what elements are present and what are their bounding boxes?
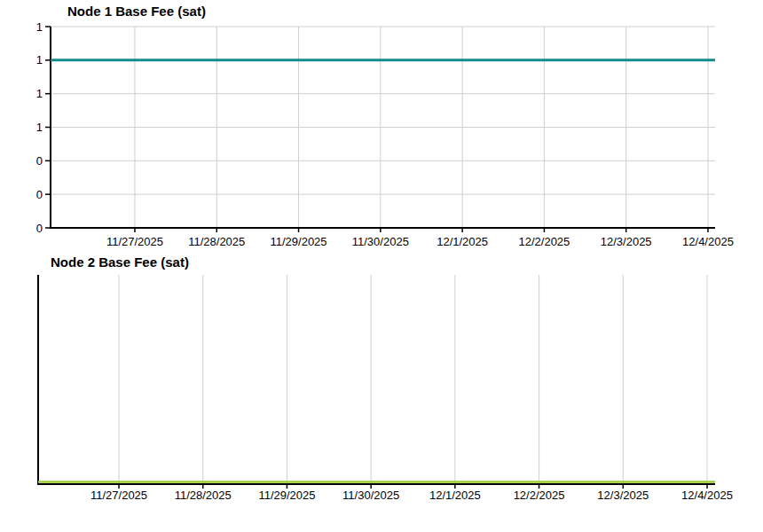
x-tick-label: 12/2/2025: [518, 235, 570, 248]
x-tick-label: 12/4/2025: [681, 489, 733, 502]
x-tick-label: 11/30/2025: [342, 489, 399, 502]
x-tick-label: 12/2/2025: [514, 489, 565, 502]
x-tick-label: 11/29/2025: [270, 235, 326, 248]
x-tick-label: 11/28/2025: [188, 235, 245, 248]
x-tick-label: 12/1/2025: [437, 235, 488, 248]
y-tick-label: 0: [36, 154, 43, 168]
y-tick-label: 1: [36, 121, 43, 134]
x-tick-label: 12/4/2025: [682, 235, 734, 248]
x-tick-label: 12/3/2025: [597, 489, 649, 502]
y-tick-label: 1: [36, 53, 43, 66]
node1-base-fee-chart: Node 1 Base Fee (sat) 111100011/27/20251…: [0, 0, 763, 250]
chart-plot-area: 11/27/202511/28/202511/29/202511/30/2025…: [0, 250, 763, 532]
chart-title: Node 1 Base Fee (sat): [67, 4, 206, 19]
x-tick-label: 11/29/2025: [258, 489, 315, 502]
x-tick-label: 12/1/2025: [429, 489, 481, 502]
x-tick-label: 11/27/2025: [106, 235, 163, 248]
chart-title: Node 2 Base Fee (sat): [51, 254, 189, 270]
y-tick-label: 1: [36, 20, 43, 34]
x-tick-label: 12/3/2025: [601, 235, 652, 248]
y-tick-label: 0: [36, 222, 43, 235]
y-tick-label: 1: [36, 87, 43, 100]
base-fee-charts-page: Node 1 Base Fee (sat) 111100011/27/20251…: [0, 0, 763, 532]
node2-base-fee-chart: Node 2 Base Fee (sat) 11/27/202511/28/20…: [0, 250, 763, 532]
x-tick-label: 11/30/2025: [352, 235, 409, 248]
y-tick-label: 0: [36, 188, 43, 201]
x-tick-label: 11/28/2025: [175, 489, 232, 502]
x-tick-label: 11/27/2025: [90, 489, 147, 502]
chart-plot-area: 111100011/27/202511/28/202511/29/202511/…: [0, 0, 763, 250]
